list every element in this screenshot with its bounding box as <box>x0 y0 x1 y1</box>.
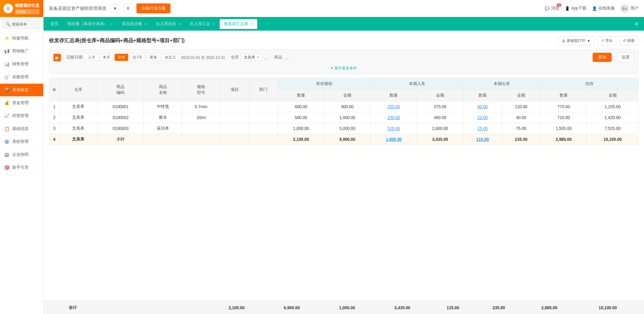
subtotal-out-amount: 235.00 <box>502 134 540 145</box>
tab-close-inout-summary[interactable]: ✕ <box>212 22 215 26</box>
system-icon: ⚙️ <box>4 139 10 145</box>
tab-inout-flow[interactable]: 出入库流水 ✕ <box>152 19 185 29</box>
col-bal-qty: 数量 <box>541 90 587 101</box>
date-btn-this-month[interactable]: 本月 <box>100 54 113 61</box>
col-group-balance: 结存 <box>541 78 639 90</box>
window-close-btn[interactable]: ✕ <box>631 19 641 29</box>
date-btn-more[interactable]: 更多 <box>147 54 160 61</box>
export-icon: ↗ <box>601 38 604 43</box>
total-in-amount: 3,435.00 <box>375 303 430 312</box>
goods-more-btn[interactable]: ... <box>284 55 289 60</box>
table-settings-header[interactable]: ⚙ <box>49 78 60 101</box>
row3-out-qty[interactable]: 15.00 <box>463 123 502 134</box>
sidebar-item-system[interactable]: ⚙️ 系统管理 <box>0 135 43 148</box>
date-btn-last-month[interactable]: 上月 <box>85 54 98 61</box>
gear-icon: ⚙ <box>126 6 130 11</box>
search-menu-button[interactable]: 🔍 搜索菜单 <box>3 20 40 29</box>
row3-goods-name: 采访本 <box>144 123 182 134</box>
row3-in-qty[interactable]: 520.00 <box>370 123 417 134</box>
row1-goods-name: 中性笔 <box>144 101 182 112</box>
subtotal-out-qty[interactable]: 115.00 <box>463 134 502 145</box>
marketing-icon: 📢 <box>4 49 10 54</box>
col-opening-qty: 数量 <box>278 90 324 101</box>
sidebar-item-newcomer[interactable]: 🎯 新手引导 <box>0 161 43 174</box>
content-area: 收发存汇总表(按仓库+商品编码+商品+规格型号+项目+部门) 🖨 拨键盘打印 ▼… <box>44 31 644 314</box>
expand-filter-btn[interactable]: ▾ 展开更多条件 <box>331 66 357 71</box>
warehouse-more-btn[interactable]: ... <box>264 55 269 60</box>
row1-goods-spec: 0.7mm <box>182 101 220 112</box>
row1-project <box>220 101 249 112</box>
sidebar-item-purchase[interactable]: 🛒 采购管理 <box>0 71 43 84</box>
topbar: 装备及固定资产辅助管理系统 ▼ ⚙ 体验行业方案 💬 消息 6 📱 App下载 … <box>44 0 644 17</box>
query-button[interactable]: 查询 <box>593 53 612 62</box>
sidebar-item-base-info[interactable]: 📋 基础信息 <box>0 122 43 135</box>
row3-open-qty: 1,000.00 <box>278 123 324 134</box>
total-out-amount: 235.00 <box>476 303 522 312</box>
phone-icon: 📱 <box>565 6 570 11</box>
row1-in-qty[interactable]: 250.00 <box>370 101 417 112</box>
tab-close-stock-dist[interactable]: ✕ <box>110 22 113 26</box>
row2-open-amount: 1,000.00 <box>324 112 370 123</box>
row2-in-qty[interactable]: 230.00 <box>370 112 417 123</box>
filter-toggle-btn[interactable]: ▶ <box>53 54 61 61</box>
subtotal-bal-amount: 10,100.00 <box>587 134 639 145</box>
row2-out-qty[interactable]: 20.00 <box>463 112 502 123</box>
tab-home[interactable]: 首页 <box>46 19 63 29</box>
row1-out-qty[interactable]: 80.00 <box>463 101 502 112</box>
warehouse-tag-close[interactable]: ✕ <box>257 55 259 59</box>
data-table: ⚙ 仓库 商品编码 商品名称 规格型号 项目 部门 库存期初 本期入库 本期出库… <box>49 78 639 145</box>
messages-btn[interactable]: 💬 消息 6 <box>545 5 559 11</box>
total-row-table: 合计 2,100.00 6,900.00 1,000.00 3,435.00 1… <box>49 303 639 312</box>
total-open-qty: 2,100.00 <box>209 303 264 312</box>
system-title: 装备及固定资产辅助管理系统 <box>49 5 106 12</box>
row1-no: 1 <box>49 101 60 112</box>
total-bal-amount: 10,100.00 <box>577 303 639 312</box>
sidebar-item-operation[interactable]: 📈 经营管理 <box>0 110 43 122</box>
column-settings-button[interactable]: 设置 <box>617 52 634 62</box>
main-area: 装备及固定资产辅助管理系统 ▼ ⚙ 体验行业方案 💬 消息 6 📱 App下载 … <box>44 0 644 314</box>
row3-bal-qty: 1,505.00 <box>541 123 587 134</box>
subtotal-bal-qty: 2,985.00 <box>541 134 587 145</box>
print-icon: 🖨 <box>562 39 565 43</box>
tab-recv-send-summary[interactable]: 收发存汇总表 ✕ <box>220 19 257 29</box>
sidebar-item-marketing[interactable]: 📢 营销推广 <box>0 45 43 58</box>
col-in-qty: 数量 <box>370 90 417 101</box>
enterprise-icon: 🏢 <box>4 152 10 158</box>
tab-close-batch-account[interactable]: ✕ <box>144 22 147 26</box>
tab-stock-dist[interactable]: 现存量（库存分布表） ✕ <box>63 19 117 29</box>
tab-inout-summary[interactable]: 出入库汇总 ✕ <box>186 19 219 29</box>
sidebar-item-enterprise[interactable]: 🏢 企业协同 <box>0 148 43 161</box>
sidebar-item-quick-nav[interactable]: ⚡ 快捷导航 <box>0 32 43 45</box>
date-btn-custom[interactable]: 自定义 <box>162 54 179 61</box>
tab-batch-account[interactable]: 库存批次账 ✕ <box>118 19 151 29</box>
total-open-amount: 6,900.00 <box>264 303 319 312</box>
row2-goods-spec: 20ml <box>182 112 220 123</box>
user-menu-btn[interactable]: Ea 用户 <box>620 4 639 13</box>
refresh-button[interactable]: ↺ 刷新 <box>619 36 639 45</box>
row1-bal-amount: 1,155.00 <box>587 101 639 112</box>
row3-out-amount: 75.00 <box>502 123 540 134</box>
finance-icon: 💰 <box>4 100 10 106</box>
sidebar-item-inventory[interactable]: 📦 库存核算 <box>0 84 43 97</box>
tab-close-inout-flow[interactable]: ✕ <box>178 22 181 26</box>
page-header: 收发存汇总表(按仓库+商品编码+商品+规格型号+项目+部门) 🖨 拨键盘打印 ▼… <box>49 36 639 45</box>
sidebar-item-finance[interactable]: 💰 资金管理 <box>0 97 43 110</box>
col-out-qty: 数量 <box>463 90 502 101</box>
tab-close-recv-send[interactable]: ✕ <box>250 22 253 26</box>
subtotal-in-qty[interactable]: 1,000.00 <box>370 134 417 145</box>
date-btn-this-year[interactable]: 本年 <box>115 54 128 61</box>
row2-dept <box>249 112 278 123</box>
settings-button[interactable]: ⚙ <box>123 4 133 13</box>
date-btn-7days[interactable]: 近7天 <box>130 54 145 61</box>
row1-goods-code: 0100001 <box>97 101 144 112</box>
experience-btn[interactable]: 体验行业方案 <box>136 3 170 13</box>
row2-bal-qty: 710.00 <box>541 112 587 123</box>
online-service-btn[interactable]: 👤 在线客服 <box>592 5 615 11</box>
table-footer: 合计 2,100.00 6,900.00 1,000.00 3,435.00 1… <box>44 301 644 314</box>
print-button[interactable]: 🖨 拨键盘打印 ▼ <box>558 36 594 45</box>
sidebar-item-sales[interactable]: 📊 销售管理 <box>0 58 43 71</box>
col-header-warehouse: 仓库 <box>60 78 98 101</box>
app-download-btn[interactable]: 📱 App下载 <box>565 5 587 11</box>
system-dropdown[interactable]: ▼ <box>110 4 120 13</box>
export-button[interactable]: ↗ 导出 <box>597 36 616 45</box>
